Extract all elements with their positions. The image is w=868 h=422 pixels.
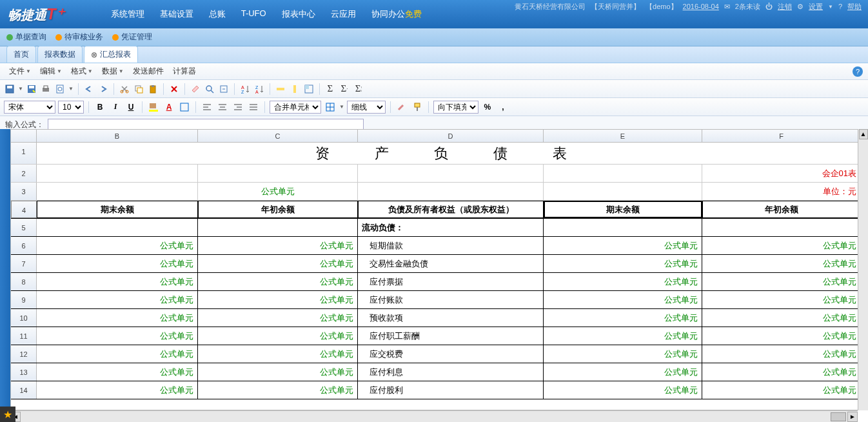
subnav-query[interactable]: 单据查询 bbox=[6, 32, 46, 43]
cell[interactable]: 公式单元 bbox=[37, 273, 198, 290]
menu-edit[interactable]: 编辑▼ bbox=[36, 64, 66, 79]
cell[interactable]: 公式单元 bbox=[37, 291, 198, 308]
help-link[interactable]: 帮助 bbox=[847, 2, 862, 12]
row-header[interactable]: 3 bbox=[11, 183, 37, 200]
cell[interactable]: 公式单元 bbox=[544, 237, 702, 254]
cell[interactable]: 公式单元 bbox=[37, 345, 198, 363]
row-header[interactable]: 8 bbox=[11, 273, 37, 290]
cell[interactable]: 流动负债： bbox=[358, 219, 544, 236]
horizontal-scrollbar[interactable]: ◄ ► bbox=[10, 410, 858, 422]
cell[interactable]: 公式单元 bbox=[198, 255, 358, 272]
sum2-icon[interactable]: Σ· bbox=[339, 83, 350, 95]
cell[interactable]: 公式单元 bbox=[37, 381, 198, 399]
menu-basic[interactable]: 基础设置 bbox=[160, 8, 193, 20]
subnav-voucher[interactable]: 凭证管理 bbox=[112, 32, 152, 43]
header-cell[interactable]: 负债及所有者权益（或股东权益） bbox=[358, 201, 544, 218]
cell[interactable] bbox=[198, 165, 358, 182]
menu-system[interactable]: 系统管理 bbox=[111, 8, 144, 20]
cell[interactable]: 公式单元 bbox=[702, 255, 861, 272]
menu-ledger[interactable]: 总账 bbox=[209, 8, 226, 20]
insert-row-icon[interactable] bbox=[275, 83, 286, 95]
cell[interactable]: 公式单元 bbox=[198, 273, 358, 290]
cell[interactable]: 公式单元 bbox=[37, 255, 198, 272]
cell[interactable]: 公式单元 bbox=[198, 327, 358, 345]
menu-calc[interactable]: 计算器 bbox=[169, 64, 200, 79]
row-header[interactable]: 11 bbox=[11, 327, 37, 345]
clear-format-button[interactable] bbox=[395, 101, 408, 114]
cell[interactable]: 预收款项 bbox=[358, 309, 544, 327]
col-header-c[interactable]: C bbox=[198, 130, 358, 142]
cell[interactable]: 应付职工薪酬 bbox=[358, 327, 544, 345]
border-style-select[interactable]: 细线 bbox=[347, 101, 386, 114]
tab-summary-report[interactable]: ⊗ 汇总报表 bbox=[84, 46, 138, 63]
preview-icon[interactable] bbox=[54, 83, 66, 95]
fill-color-button[interactable] bbox=[147, 101, 160, 114]
cell[interactable]: 应付利息 bbox=[358, 363, 544, 381]
cell[interactable]: 单位：元 bbox=[702, 183, 861, 200]
cell[interactable]: 公式单元 bbox=[544, 255, 702, 272]
sum3-icon[interactable]: Σ¦ bbox=[353, 83, 364, 95]
header-cell[interactable]: 年初余额 bbox=[198, 201, 358, 218]
align-justify-button[interactable] bbox=[247, 101, 260, 114]
cut-icon[interactable] bbox=[119, 83, 130, 95]
cell[interactable]: 公式单元 bbox=[37, 327, 198, 345]
logout-link[interactable]: 注销 bbox=[778, 2, 792, 12]
sort-asc-icon[interactable]: AZ bbox=[239, 83, 251, 95]
menu-report-center[interactable]: 报表中心 bbox=[282, 8, 315, 20]
italic-button[interactable]: I bbox=[109, 101, 122, 114]
cell[interactable]: 交易性金融负债 bbox=[358, 255, 544, 272]
cell[interactable]: 应交税费 bbox=[358, 345, 544, 363]
cell[interactable]: 公式单元 bbox=[37, 237, 198, 254]
cell[interactable]: 公式单元 bbox=[544, 309, 702, 327]
font-color-button[interactable]: A bbox=[163, 101, 175, 114]
row-header[interactable]: 7 bbox=[11, 255, 37, 272]
scroll-up-icon[interactable]: ▲ bbox=[859, 129, 868, 139]
sort-desc-icon[interactable]: ZA bbox=[253, 83, 265, 95]
saveas-icon[interactable] bbox=[26, 83, 37, 95]
cell[interactable]: 公式单元 bbox=[37, 363, 198, 381]
row-header[interactable]: 12 bbox=[11, 345, 37, 363]
row-header[interactable]: 2 bbox=[11, 165, 37, 182]
cell[interactable] bbox=[37, 219, 198, 236]
cell[interactable]: 公式单元 bbox=[702, 237, 861, 254]
cell[interactable]: 公式单元 bbox=[198, 309, 358, 327]
row-header[interactable]: 14 bbox=[11, 381, 37, 399]
find-icon[interactable] bbox=[204, 83, 215, 95]
menu-tufo[interactable]: T-UFO bbox=[241, 8, 266, 20]
fill-direction-select[interactable]: 向下填充 bbox=[433, 101, 478, 114]
vertical-scrollbar[interactable]: ▲ bbox=[858, 129, 868, 410]
cell[interactable] bbox=[702, 219, 861, 236]
menu-format[interactable]: 格式▼ bbox=[67, 64, 97, 79]
cell[interactable]: 应付票据 bbox=[358, 273, 544, 290]
cell[interactable] bbox=[37, 183, 198, 200]
freeze-icon[interactable] bbox=[303, 83, 315, 95]
menu-collab[interactable]: 协同办公 bbox=[371, 9, 405, 19]
cell[interactable]: 公式单元 bbox=[544, 291, 702, 308]
underline-button[interactable]: U bbox=[124, 101, 137, 114]
align-right-button[interactable] bbox=[232, 101, 244, 114]
cell[interactable]: 公式单元 bbox=[544, 345, 702, 363]
cell[interactable]: 公式单元 bbox=[702, 309, 861, 327]
cell[interactable] bbox=[198, 219, 358, 236]
cell[interactable]: 公式单元 bbox=[37, 309, 198, 327]
cell[interactable]: 短期借款 bbox=[358, 237, 544, 254]
cell[interactable]: 公式单元 bbox=[198, 237, 358, 254]
cell[interactable]: 公式单元 bbox=[198, 345, 358, 363]
row-header[interactable]: 13 bbox=[11, 363, 37, 381]
menu-mail[interactable]: 发送邮件 bbox=[129, 64, 168, 79]
col-header-e[interactable]: E bbox=[544, 130, 702, 142]
delete-icon[interactable] bbox=[168, 83, 180, 95]
cell[interactable]: 公式单元 bbox=[544, 363, 702, 381]
cell[interactable] bbox=[358, 183, 544, 200]
redo-icon[interactable] bbox=[97, 83, 109, 95]
row-header[interactable]: 1 bbox=[11, 143, 37, 164]
scroll-right-icon[interactable]: ► bbox=[847, 412, 858, 422]
subnav-pending[interactable]: 待审核业务 bbox=[55, 32, 103, 43]
row-header[interactable]: 4 bbox=[11, 201, 37, 218]
cell[interactable]: 公式单元 bbox=[198, 363, 358, 381]
cell[interactable]: 应付账款 bbox=[358, 291, 544, 308]
cell[interactable]: 公式单元 bbox=[544, 273, 702, 290]
insert-col-icon[interactable] bbox=[289, 83, 301, 95]
row-header[interactable]: 6 bbox=[11, 237, 37, 254]
cell[interactable]: 公式单元 bbox=[198, 291, 358, 308]
